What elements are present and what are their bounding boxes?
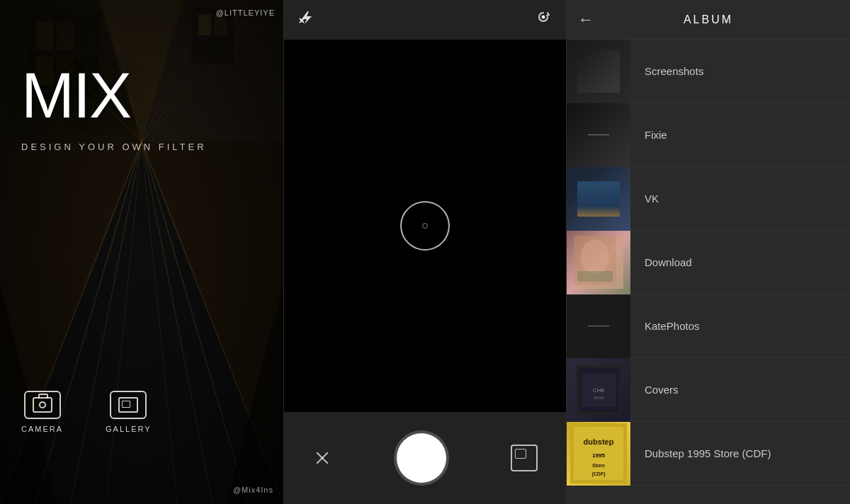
left-action-buttons: CAMERA GALLERY [21,391,152,433]
album-item-katephotos[interactable]: KatePhotos [567,294,850,358]
album-item-download[interactable]: Download [567,231,850,294]
right-panel: ← ALBUM Screenshots Fixie VK [567,0,850,504]
album-header: ← ALBUM [567,0,850,40]
fixie-thumb-line [588,134,609,136]
app-title: MIX [21,64,130,127]
rotate-camera-icon[interactable] [535,10,552,30]
album-name-dubstep: Dubstep 1995 Store (CDF) [645,447,839,459]
gallery-icon [118,397,138,413]
svg-text:CHB: CHB [592,386,604,393]
gallery-label: GALLERY [106,425,152,433]
katephotos-thumb-line [588,326,609,327]
album-name-download: Download [645,256,839,268]
left-panel: @LITTLEYIYE @Mix4Ins MIX DESIGN YOUR OWN… [0,0,283,504]
thumb-placeholder [577,50,620,93]
album-name-katephotos: KatePhotos [645,320,839,332]
album-item-covers[interactable]: CHB SHW Covers [567,358,850,422]
svg-point-39 [581,239,609,275]
svg-point-37 [542,15,545,18]
camera-bottom-bar [284,412,566,504]
svg-text:Store: Store [592,463,605,468]
gallery-button-icon [110,391,147,419]
shutter-button[interactable] [397,433,446,483]
username-bottom: @Mix4Ins [233,486,273,494]
album-item-screenshots[interactable]: Screenshots [567,40,850,103]
album-item-fixie[interactable]: Fixie [567,103,850,167]
camera-lens-icon [39,401,46,408]
album-thumb-katephotos [567,294,630,358]
flash-icon[interactable] [298,10,314,30]
album-name-vk: VK [645,193,839,205]
album-name-covers: Covers [645,384,839,396]
gallery-square-icon[interactable] [511,445,538,471]
camera-icon [33,397,52,413]
svg-text:dubstep: dubstep [584,437,614,446]
album-thumb-dubstep: dubstep 1995 Store (CDF) [567,422,630,486]
camera-button[interactable]: CAMERA [21,391,63,433]
download-thumb-detail [574,236,623,289]
album-thumb-covers: CHB SHW [567,358,630,422]
middle-panel [283,0,567,504]
album-thumb-fixie [567,103,630,167]
vk-thumb-detail [577,181,620,217]
svg-rect-40 [577,271,613,282]
focus-ring [397,197,453,254]
covers-thumb-detail: CHB SHW [576,365,622,415]
camera-label: CAMERA [21,425,63,433]
album-name-screenshots: Screenshots [645,65,839,77]
dubstep-thumb-detail: dubstep 1995 Store (CDF) [570,423,627,483]
camera-viewfinder [284,40,566,412]
close-icon[interactable] [312,448,332,468]
username-top: @LITTLEYIYE [216,8,275,17]
album-name-fixie: Fixie [645,129,839,141]
camera-top-bar [284,0,566,40]
album-list: Screenshots Fixie VK [567,40,850,504]
album-item-vk[interactable]: VK [567,167,850,231]
svg-text:SHW: SHW [593,395,604,400]
album-thumb-vk [567,167,630,231]
back-button[interactable]: ← [578,11,594,29]
album-thumb-download [567,231,630,294]
svg-text:(CDF): (CDF) [591,471,605,477]
camera-button-icon [24,391,61,419]
album-item-dubstep[interactable]: dubstep 1995 Store (CDF) Dubstep 1995 St… [567,422,850,486]
gallery-button[interactable]: GALLERY [106,391,152,433]
album-thumb-screenshots [567,40,630,103]
app-subtitle: DESIGN YOUR OWN FILTER [21,142,207,152]
focus-dot [422,223,428,229]
svg-text:1995: 1995 [592,452,605,459]
album-title: ALBUM [605,13,812,26]
